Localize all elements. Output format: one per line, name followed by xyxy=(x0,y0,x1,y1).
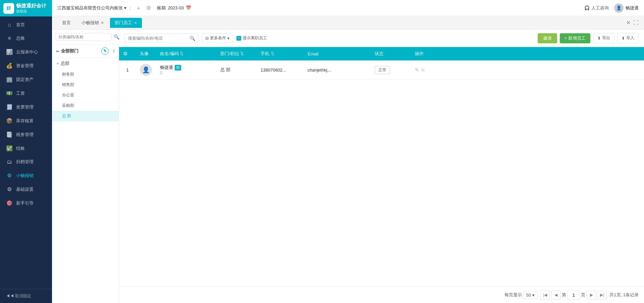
user-menu[interactable]: 👤 畅捷通 xyxy=(614,3,639,13)
sidebar-label-tax: 税务管理 xyxy=(16,132,34,138)
sidebar-item-invoice[interactable]: 🧾 发票管理 xyxy=(0,100,52,114)
company-dropdown-icon: ▾ xyxy=(124,5,126,10)
sidebar-item-salary[interactable]: 💵 工资 xyxy=(0,86,52,100)
sidebar-item-archive[interactable]: 🗂 归档管理 xyxy=(0,155,52,169)
company-selector[interactable]: 江西服宝精品有限责任公司内账张 ▾ xyxy=(57,5,126,11)
logout-button[interactable]: ⎋ xyxy=(422,67,424,73)
dept-child-office[interactable]: 办公室 xyxy=(52,90,119,100)
archive-icon: 🗂 xyxy=(6,159,13,165)
ledger-icon: ≡ xyxy=(6,35,13,41)
filter-icon: ⊟ xyxy=(205,36,209,41)
dept-search-icon[interactable]: 🔍 xyxy=(114,34,119,40)
dept-collapse-button[interactable]: 《 xyxy=(111,48,115,54)
dept-child-purchase[interactable]: 采购部 xyxy=(52,100,119,111)
tab-dept[interactable]: 部门员工 ✕ xyxy=(110,18,142,28)
sidebar-unpin-button[interactable]: ◀◀ 取消固定 xyxy=(0,289,52,303)
topbar-divider: | xyxy=(130,5,131,10)
sidebar-item-expense[interactable]: ⚙ 小畅报销 xyxy=(0,169,52,182)
per-page-label: 每页显示 xyxy=(504,292,522,298)
dept-child-office-label: 办公室 xyxy=(62,93,74,97)
name-badge: 畅捷通 部 xyxy=(160,64,181,71)
export-button[interactable]: ⬆ 导出 xyxy=(593,33,614,43)
employee-search-icon[interactable]: 🔍 xyxy=(187,34,198,43)
dept-parent-arrow: ▼ xyxy=(56,62,59,66)
expense-icon: ⚙ xyxy=(6,172,13,179)
sidebar-item-checkout[interactable]: ✅ 结账 xyxy=(0,141,52,155)
sidebar-item-reports[interactable]: 📊 云报表中心 xyxy=(0,45,52,59)
service-button[interactable]: 🎧 人工咨询 xyxy=(584,5,609,11)
th-phone[interactable]: 手机 ⇅ xyxy=(257,47,304,60)
period-selector[interactable]: 账期 2023-03 📅 xyxy=(157,5,191,11)
topbar-right: 🎧 人工咨询 👤 畅捷通 xyxy=(584,3,639,13)
tax-icon: 📑 xyxy=(6,131,13,138)
import-label: 导入 xyxy=(626,35,634,41)
employee-panel: 🔍 ⊟ 更多条件 ▾ ✓ 显示离职员工 邀请 + 新增员工 xyxy=(119,30,644,303)
employee-search-input[interactable] xyxy=(125,34,187,42)
filter-label: 更多条件 xyxy=(210,35,226,41)
sidebar-item-assets[interactable]: 🏢 固定资产 xyxy=(0,73,52,86)
sidebar-logo[interactable]: 好 畅捷通好会计 旗舰版 xyxy=(0,0,52,16)
avatar: 👤 xyxy=(614,3,624,13)
page-total-label: 共1页, 1条记录 xyxy=(609,292,639,298)
sidebar-item-funds[interactable]: 💰 资金管理 xyxy=(0,59,52,73)
th-email-label: Email xyxy=(308,51,319,56)
th-action-label: 操作 xyxy=(415,51,424,56)
avatar-person-icon: 👤 xyxy=(142,66,150,74)
row-index: 1 xyxy=(119,60,136,80)
dept-edit-button[interactable]: ✎ xyxy=(101,47,109,55)
sidebar-item-inventory[interactable]: 📦 库存核算 xyxy=(0,114,52,128)
add-company-button[interactable]: ＋ xyxy=(136,4,142,12)
page-prev-button[interactable]: ◀ xyxy=(551,290,560,300)
page-input[interactable] xyxy=(568,290,580,300)
sidebar-item-home[interactable]: ⌂ 首页 xyxy=(0,18,52,32)
page-first-button[interactable]: |◀ xyxy=(540,290,550,300)
dept-child-purchase-label: 采购部 xyxy=(62,103,74,108)
tab-expense[interactable]: 小畅报销 ✕ xyxy=(77,18,109,28)
content-area: 🔍 ▪▪ 全部部门 ✎ 《 ▼ 总部 财务部 销售部 xyxy=(52,30,644,303)
sidebar-item-settings[interactable]: ⚙ 基础设置 xyxy=(0,182,52,196)
th-dept[interactable]: 部门/职位 ⇅ xyxy=(216,47,257,60)
dept-parent-label: 总部 xyxy=(61,60,69,67)
tab-home-label: 首页 xyxy=(62,20,71,26)
tab-dept-close[interactable]: ✕ xyxy=(134,20,137,25)
employee-table-wrapper: ⚙ 头像 姓名/编码 ⇅ 部门/职位 ⇅ xyxy=(119,47,644,287)
page-size-box[interactable]: 50 ▾ xyxy=(523,291,538,299)
table-row: 1 👤 畅捷通 部 0 xyxy=(119,60,644,80)
add-employee-button[interactable]: + 新增员工 xyxy=(560,33,590,43)
sidebar-label-reports: 云报表中心 xyxy=(16,49,38,55)
page-next-button[interactable]: ▶ xyxy=(587,290,596,300)
dept-parent-general[interactable]: ▼ 总部 xyxy=(52,58,119,69)
dept-child-general-label: 总 部 xyxy=(62,114,71,118)
topbar-settings-icon[interactable]: ⚙ xyxy=(146,5,151,11)
logo-icon: 好 xyxy=(3,3,14,14)
show-resigned-checkbox[interactable]: ✓ 显示离职员工 xyxy=(236,35,267,41)
tab-close-all-button[interactable]: ✕ xyxy=(626,19,631,26)
th-settings[interactable]: ⚙ xyxy=(119,47,136,60)
row-phone-cell: 138070602... xyxy=(257,60,304,80)
guide-icon: 🎯 xyxy=(6,200,13,206)
sidebar-item-tax[interactable]: 📑 税务管理 xyxy=(0,128,52,141)
filter-button[interactable]: ⊟ 更多条件 ▾ xyxy=(202,33,233,43)
th-name[interactable]: 姓名/编码 ⇅ xyxy=(156,47,216,60)
page-last-button[interactable]: ▶| xyxy=(597,290,607,300)
period-label: 账期 xyxy=(157,5,166,11)
tab-expand-button[interactable]: ⛶ xyxy=(633,20,639,26)
dept-child-sales[interactable]: 销售部 xyxy=(52,80,119,90)
table-settings-icon[interactable]: ⚙ xyxy=(123,51,127,56)
edit-button[interactable]: ✎ xyxy=(415,67,419,73)
employee-toolbar: 🔍 ⊟ 更多条件 ▾ ✓ 显示离职员工 邀请 + 新增员工 xyxy=(119,30,644,47)
inventory-icon: 📦 xyxy=(6,118,13,124)
dept-child-general[interactable]: 总 部 xyxy=(52,111,119,121)
invite-button[interactable]: 邀请 xyxy=(538,33,557,43)
sidebar-item-ledger[interactable]: ≡ 总账 xyxy=(0,32,52,45)
tab-expense-close[interactable]: ✕ xyxy=(101,20,104,25)
page-suffix: 页 xyxy=(581,292,585,298)
th-phone-label: 手机 xyxy=(261,51,269,56)
th-phone-sort-icon: ⇅ xyxy=(271,51,274,56)
export-icon: ⬆ xyxy=(597,36,601,41)
dept-search-input[interactable] xyxy=(55,33,112,41)
tab-home[interactable]: 首页 xyxy=(57,18,75,28)
dept-child-finance[interactable]: 财务部 xyxy=(52,69,119,80)
import-button[interactable]: ⬇ 导入 xyxy=(617,33,639,43)
sidebar-item-guide[interactable]: 🎯 新手引导 xyxy=(0,196,52,210)
